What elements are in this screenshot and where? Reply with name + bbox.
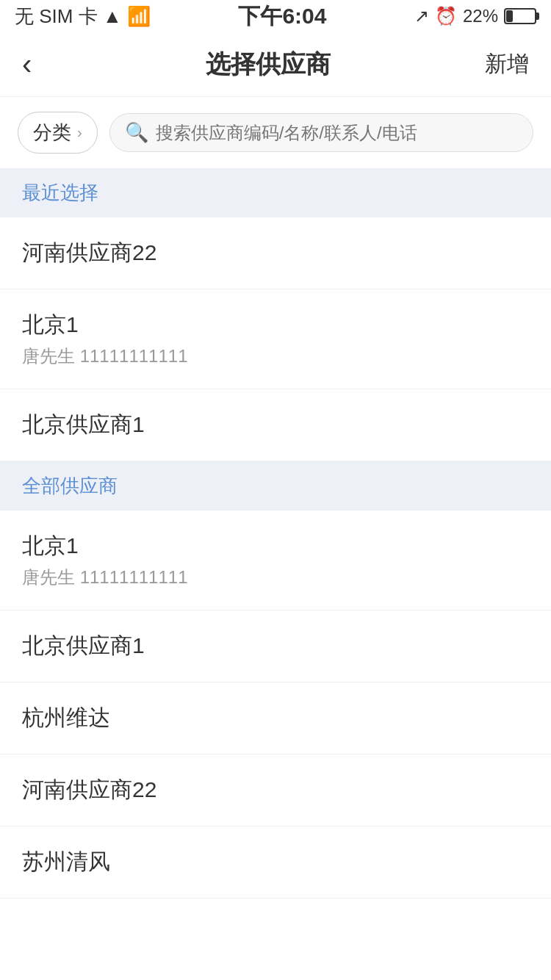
supplier-name: 杭州维达: [22, 703, 529, 733]
nav-bar: ‹ 选择供应商 新增: [0, 32, 551, 97]
battery-icon: [504, 8, 536, 24]
search-box[interactable]: 🔍: [109, 113, 533, 152]
category-label: 分类: [33, 120, 71, 145]
list-item[interactable]: 北京供应商1: [0, 610, 551, 682]
list-item[interactable]: 河南供应商22: [0, 217, 551, 289]
search-input[interactable]: [156, 123, 518, 143]
supplier-sub: 唐先生 11111111111: [22, 345, 529, 368]
status-signal: 无 SIM 卡 ▲ 📶: [15, 4, 151, 29]
battery-percent: 22%: [463, 6, 498, 26]
supplier-name: 北京供应商1: [22, 631, 529, 661]
category-filter-button[interactable]: 分类 ›: [18, 112, 98, 154]
list-item[interactable]: 北京1唐先生 11111111111: [0, 289, 551, 389]
supplier-name: 北京1: [22, 531, 529, 561]
list-item[interactable]: 河南供应商22: [0, 754, 551, 826]
list-item[interactable]: 北京供应商1: [0, 389, 551, 461]
list-item[interactable]: 北京1唐先生 11111111111: [0, 511, 551, 610]
add-button[interactable]: 新增: [470, 49, 529, 79]
status-time: 下午6:04: [238, 1, 326, 32]
status-bar: 无 SIM 卡 ▲ 📶 下午6:04 ↗ ⏰ 22%: [0, 0, 551, 32]
back-button[interactable]: ‹: [22, 48, 66, 81]
chevron-right-icon: ›: [77, 124, 82, 141]
supplier-name: 苏州清风: [22, 847, 529, 877]
list-item[interactable]: 苏州清风: [0, 826, 551, 898]
section-header-all: 全部供应商: [0, 461, 551, 511]
page-title: 选择供应商: [66, 48, 470, 82]
section-header-recent: 最近选择: [0, 168, 551, 217]
supplier-sub: 唐先生 11111111111: [22, 566, 529, 589]
search-icon: 🔍: [125, 121, 148, 144]
supplier-name: 北京供应商1: [22, 410, 529, 440]
list-item[interactable]: 杭州维达: [0, 682, 551, 754]
location-icon: ↗: [414, 6, 429, 26]
supplier-name: 河南供应商22: [22, 238, 529, 268]
supplier-name: 北京1: [22, 310, 529, 340]
filter-row: 分类 › 🔍: [0, 97, 551, 168]
status-right: ↗ ⏰ 22%: [414, 6, 536, 26]
alarm-icon: ⏰: [435, 6, 457, 26]
supplier-name: 河南供应商22: [22, 775, 529, 805]
supplier-list: 最近选择河南供应商22北京1唐先生 11111111111北京供应商1全部供应商…: [0, 168, 551, 898]
